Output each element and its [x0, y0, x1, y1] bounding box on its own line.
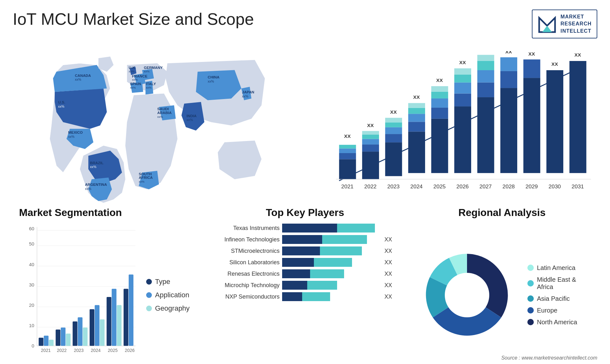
svg-rect-73: [454, 75, 471, 83]
svg-text:FRANCE: FRANCE: [132, 74, 148, 78]
player-row-nxp: NXP Semiconductors XX: [216, 292, 394, 301]
svg-text:XX: XX: [574, 52, 581, 57]
legend-application: Application: [146, 291, 197, 299]
svg-rect-42: [362, 152, 379, 179]
svg-rect-50: [385, 134, 402, 142]
player-xx-renesas: XX: [384, 271, 394, 277]
svg-text:40: 40: [29, 262, 34, 267]
player-xx-microchip: XX: [384, 282, 394, 289]
svg-text:XX: XX: [436, 78, 443, 83]
svg-marker-1: [542, 26, 552, 32]
svg-rect-71: [454, 94, 471, 107]
legend-label-latin: Latin America: [537, 264, 575, 272]
legend-europe: Europe: [527, 307, 591, 314]
top-row: CANADA xx% U.S. xx% MEXICO xx% BRAZIL xx…: [13, 45, 597, 200]
svg-text:SPAIN: SPAIN: [130, 82, 141, 86]
legend-label-type: Type: [155, 278, 170, 286]
svg-text:XX: XX: [505, 51, 512, 54]
logo-text: MARKETRESEARCHINTELLECT: [560, 13, 592, 35]
svg-text:xx%: xx%: [208, 79, 214, 83]
svg-text:20: 20: [29, 302, 34, 308]
legend-dot-asia: [527, 295, 534, 302]
svg-rect-115: [39, 338, 44, 346]
player-bar-dark-silicon: [282, 258, 314, 267]
svg-rect-57: [408, 122, 425, 132]
player-bar-cyan-texas: [337, 224, 375, 233]
svg-text:CHINA: CHINA: [208, 75, 220, 79]
player-bar-cyan-infineon: [322, 235, 367, 244]
svg-text:INDIA: INDIA: [186, 114, 197, 118]
svg-rect-84: [500, 88, 517, 173]
svg-text:xx%: xx%: [90, 165, 97, 169]
svg-rect-119: [56, 330, 60, 346]
player-row-silicon: Silicon Laboratories XX: [216, 258, 394, 267]
svg-text:2024: 2024: [91, 348, 101, 353]
svg-rect-37: [339, 153, 356, 159]
svg-text:2021: 2021: [341, 183, 354, 190]
svg-text:XX: XX: [528, 51, 535, 57]
svg-rect-131: [107, 297, 112, 346]
legend-dot-application: [146, 292, 152, 298]
svg-text:xx%: xx%: [144, 70, 150, 73]
seg-chart-area: 0 10 20 30 40 50 60: [19, 224, 197, 364]
svg-text:ITALY: ITALY: [146, 82, 156, 86]
player-bar-nxp: [282, 292, 382, 301]
legend-dot-europe: [527, 307, 534, 313]
player-row-infineon: Infineon Technologies XX: [216, 235, 394, 244]
player-name-renesas: Renesas Electronics: [216, 271, 280, 277]
svg-rect-44: [362, 139, 379, 145]
header: IoT MCU Market Size and Scope MARKETRESE…: [13, 10, 597, 38]
legend-mea: Middle East &Africa: [527, 276, 591, 291]
donut-container: [413, 244, 521, 346]
svg-rect-74: [454, 68, 471, 74]
regional-legend: Latin America Middle East &Africa Asia P…: [527, 264, 591, 326]
svg-rect-46: [362, 131, 379, 135]
player-bar-microchip: [282, 281, 382, 290]
legend-dot-geography: [146, 306, 152, 311]
svg-rect-58: [408, 114, 425, 122]
svg-rect-36: [339, 159, 356, 179]
player-name-nxp: NXP Semiconductors: [216, 293, 280, 300]
svg-rect-66: [431, 92, 448, 98]
player-xx-nxp: XX: [384, 293, 394, 300]
svg-rect-43: [362, 145, 379, 152]
svg-text:JAPAN: JAPAN: [242, 90, 254, 94]
player-row-renesas: Renesas Electronics XX: [216, 269, 394, 278]
svg-text:xx%: xx%: [68, 135, 75, 138]
svg-text:2022: 2022: [57, 348, 67, 353]
logo-container: MARKETRESEARCHINTELLECT: [532, 10, 597, 38]
svg-text:xx%: xx%: [146, 86, 152, 89]
svg-text:XX: XX: [390, 109, 397, 115]
legend-label-geography: Geography: [155, 304, 190, 313]
player-bar-renesas: [282, 269, 382, 278]
page-container: IoT MCU Market Size and Scope MARKETRESE…: [0, 0, 610, 364]
svg-text:2022: 2022: [364, 183, 377, 190]
bottom-row: Market Segmentation 0 10 20 30 40 50 60: [13, 204, 597, 364]
svg-rect-135: [124, 289, 128, 346]
svg-rect-85: [500, 71, 517, 88]
svg-rect-86: [500, 57, 517, 71]
legend-label-europe: Europe: [537, 307, 558, 314]
svg-text:BRAZIL: BRAZIL: [90, 161, 104, 165]
player-name-silicon: Silicon Laboratories: [216, 259, 280, 266]
svg-rect-39: [339, 145, 356, 149]
svg-rect-116: [44, 336, 49, 346]
svg-rect-65: [431, 98, 448, 108]
svg-text:xx%: xx%: [157, 115, 163, 118]
legend-asia-pacific: Asia Pacific: [527, 295, 591, 302]
legend-latin-america: Latin America: [527, 264, 591, 272]
player-row-microchip: Microchip Technology XX: [216, 281, 394, 290]
svg-rect-70: [454, 106, 471, 173]
svg-rect-38: [339, 149, 356, 153]
svg-rect-127: [90, 309, 94, 346]
svg-rect-132: [112, 289, 117, 346]
svg-text:2025: 2025: [108, 348, 118, 353]
legend-north-america: North America: [527, 319, 591, 326]
svg-text:10: 10: [29, 323, 34, 328]
legend-label-application: Application: [155, 291, 189, 299]
svg-text:2029: 2029: [525, 183, 538, 190]
svg-text:XX: XX: [459, 60, 466, 65]
svg-text:XX: XX: [344, 133, 351, 139]
svg-text:AFRICA: AFRICA: [139, 175, 153, 179]
player-bar-dark-renesas: [282, 269, 310, 278]
